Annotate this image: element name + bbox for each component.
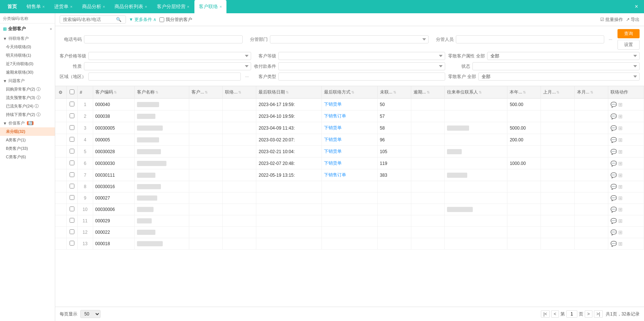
close-sales-tab[interactable]: × — [42, 4, 45, 9]
close-purchase-tab[interactable]: × — [70, 4, 72, 9]
filter-scattered-attr-select[interactable]: 全部 — [487, 52, 640, 60]
gear-icon[interactable]: ⚙ — [59, 90, 63, 95]
grid-action-icon-8[interactable]: ⊞ — [618, 195, 623, 201]
filter-payment-select[interactable] — [278, 62, 446, 70]
my-customers-filter[interactable]: 我分管的客户 — [159, 17, 192, 23]
row-select-1[interactable] — [70, 113, 74, 118]
prev-page-btn[interactable]: < — [551, 310, 559, 318]
tab-purchase[interactable]: 进货单 × — [50, 0, 77, 13]
row-select-5[interactable] — [70, 160, 74, 165]
row-select-10[interactable] — [70, 218, 74, 223]
grid-action-icon-10[interactable]: ⊞ — [618, 218, 623, 224]
sidebar-item-declining[interactable]: 持续下滑客户(2) ⓘ — [0, 110, 55, 119]
sidebar-item-tomorrow[interactable]: 明天待联络(1) — [0, 51, 55, 60]
row-select-7[interactable] — [70, 184, 74, 188]
col-uncontacted[interactable]: 未联...⇅ — [377, 86, 411, 99]
row-select-0[interactable] — [70, 102, 74, 106]
close-customer-segment-tab[interactable]: × — [187, 4, 189, 9]
sidebar-all-customers[interactable]: ⊞ 全部客户 « — [0, 24, 55, 34]
reset-button[interactable]: 设置 — [617, 40, 640, 50]
row-select-8[interactable] — [70, 195, 74, 200]
col-name[interactable]: 客户名称⇅ — [134, 86, 189, 99]
col-code[interactable]: 客户编码⇅ — [93, 86, 134, 99]
filter-phone-input[interactable] — [84, 35, 243, 43]
sidebar-item-churn-risk[interactable]: 流失预警客户(3) ⓘ — [0, 94, 55, 102]
sidebar-item-c-group[interactable]: C类客户(6) — [0, 153, 55, 161]
chat-icon-8[interactable]: 💬 — [610, 195, 617, 201]
chat-icon-10[interactable]: 💬 — [610, 218, 617, 224]
chat-icon-0[interactable]: 💬 — [610, 102, 617, 107]
tab-product-analysis[interactable]: 商品分析 × — [78, 0, 109, 13]
query-button[interactable]: 查询 — [617, 29, 640, 38]
grid-action-icon-1[interactable]: ⊞ — [618, 113, 623, 119]
col-last-month[interactable]: 上月...⇅ — [541, 86, 574, 99]
tab-home[interactable]: 首页 — [3, 0, 21, 13]
col-unit-contact[interactable]: 往来单位联系人⇅ — [444, 86, 507, 99]
sidebar-item-a-group[interactable]: A类客户(1) — [0, 136, 55, 144]
batch-op-btn[interactable]: ☑ 批量操作 — [600, 17, 623, 23]
filter-search-input[interactable] — [63, 17, 115, 22]
tab-customer-contact[interactable]: 客户联络 × — [194, 0, 226, 13]
row-select-12[interactable] — [70, 241, 74, 246]
window-close-button[interactable]: × — [632, 3, 641, 10]
grid-action-icon-12[interactable]: ⊞ — [618, 241, 623, 247]
sidebar-item-abnormal[interactable]: 回购异常客户(2) ⓘ — [0, 85, 55, 94]
method-link-4[interactable]: 下销货单 — [324, 149, 342, 154]
col-overdue[interactable]: 逾期...⇅ — [411, 86, 444, 99]
sidebar-group-problem[interactable]: ▼ 问题客户 — [0, 77, 55, 85]
row-select-9[interactable] — [70, 207, 74, 211]
col-contact[interactable]: 联络...⇅ — [223, 86, 256, 99]
grid-action-icon-3[interactable]: ⊞ — [618, 137, 623, 143]
method-link-5[interactable]: 下销货单 — [324, 160, 342, 166]
chat-icon-12[interactable]: 💬 — [610, 241, 617, 247]
row-select-6[interactable] — [70, 172, 74, 177]
method-link-3[interactable]: 下销货单 — [324, 137, 342, 142]
sidebar-item-lost[interactable]: 已流失客户(24) ⓘ — [0, 102, 55, 110]
col-this-month[interactable]: 本月...⇅ — [574, 86, 608, 99]
grid-action-icon-11[interactable]: ⊞ — [618, 229, 623, 235]
close-product-analysis-tab[interactable]: × — [103, 4, 105, 9]
close-product-analysis-list-tab[interactable]: × — [145, 4, 147, 9]
filter-customer-level-select[interactable] — [278, 52, 446, 60]
sidebar-group-pending[interactable]: ▼ 待联络客户 — [0, 34, 55, 43]
close-customer-contact-tab[interactable]: × — [219, 4, 222, 9]
sidebar-item-overdue[interactable]: 逾期未联络(30) — [0, 68, 55, 77]
grid-action-icon-9[interactable]: ⊞ — [618, 207, 623, 212]
tab-customer-segment[interactable]: 客户分层经营 × — [152, 0, 194, 13]
filter-price-level-select[interactable] — [88, 52, 251, 60]
col-last-contact-date[interactable]: 最后联络日期⇅ — [256, 86, 321, 99]
filter-search-icon[interactable]: 🔍 — [116, 17, 122, 22]
grid-action-icon-4[interactable]: ⊞ — [618, 149, 623, 155]
filter-region-input[interactable] — [88, 73, 241, 81]
row-select-2[interactable] — [70, 125, 74, 130]
row-select-3[interactable] — [70, 137, 74, 142]
grid-action-icon-2[interactable]: ⊞ — [618, 125, 623, 131]
chat-icon-11[interactable]: 💬 — [610, 229, 617, 235]
method-link-1[interactable]: 下销售订单 — [324, 113, 346, 119]
filter-region-more-icon[interactable]: ··· — [243, 73, 251, 80]
sidebar-item-unassigned[interactable]: 未分组(32) — [0, 127, 55, 136]
filter-status-select[interactable] — [472, 62, 640, 70]
select-all-checkbox[interactable] — [70, 89, 74, 94]
chat-icon-9[interactable]: 💬 — [610, 207, 617, 212]
method-link-0[interactable]: 下销货单 — [324, 102, 342, 107]
per-page-select[interactable]: 50 100 200 — [80, 310, 101, 318]
method-link-2[interactable]: 下销货单 — [324, 125, 342, 130]
sidebar-item-b-group[interactable]: B类客户(33) — [0, 144, 55, 153]
grid-action-icon-7[interactable]: ⊞ — [618, 184, 623, 190]
chat-icon-4[interactable]: 💬 — [610, 149, 617, 155]
filter-customer-type-input[interactable] — [278, 73, 446, 81]
chat-icon-3[interactable]: 💬 — [610, 137, 617, 143]
first-page-btn[interactable]: |< — [541, 310, 550, 318]
sidebar-group-value[interactable]: ▼ 价值客户 🔄 — [0, 119, 55, 127]
filter-nature-select[interactable] — [84, 62, 251, 70]
chat-icon-1[interactable]: 💬 — [610, 113, 617, 119]
filter-manager-more-icon[interactable]: ··· — [606, 36, 615, 43]
sidebar-item-week[interactable]: 近7天待联络(0) — [0, 60, 55, 68]
sidebar-collapse-icon[interactable]: « — [50, 27, 52, 31]
col-last-contact-method[interactable]: 最后联络方式⇅ — [321, 86, 377, 99]
chat-icon-5[interactable]: 💬 — [610, 160, 617, 166]
sidebar-search-input[interactable] — [3, 16, 54, 21]
sidebar-item-today[interactable]: 今天待联络(0) — [0, 43, 55, 51]
filter-scattered-select[interactable]: 全部 — [478, 73, 640, 81]
